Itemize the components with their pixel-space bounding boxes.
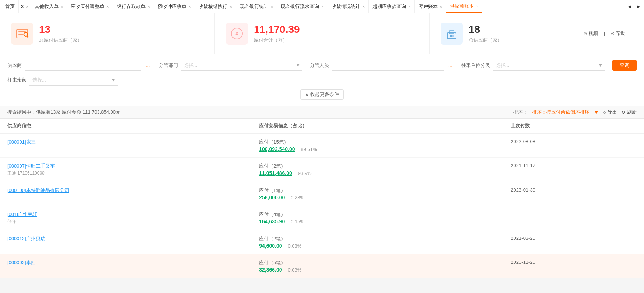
table-header: 供应商信息 应付交易信息（占比） 上次付数 xyxy=(0,119,644,134)
svg-point-3 xyxy=(24,32,28,36)
stats-bar: 13 总应付供应商（家） ¥ 11,170.39 应付合计（万） 18 总 xyxy=(0,13,644,54)
last-pay-cell: 2021-11-17 xyxy=(511,163,637,168)
tx-row: 94,600.00 0.08% xyxy=(259,243,511,249)
search-button[interactable]: 查询 xyxy=(612,60,637,71)
person-dots[interactable]: ... xyxy=(447,63,454,68)
stat-ap-suppliers-number: 13 xyxy=(39,23,82,36)
help-link[interactable]: ⊙ 帮助 xyxy=(611,30,626,37)
table-row: [000100]本特勤油品有限公司 应付（1笔） 258,000.00 0.23… xyxy=(0,182,644,206)
close-icon[interactable]: × xyxy=(408,4,410,9)
total-suppliers-icon xyxy=(441,23,463,45)
stat-ap-suppliers-text: 13 总应付供应商（家） xyxy=(39,23,82,44)
supplier-table: 供应商信息 应付交易信息（占比） 上次付数 [000001]张三 应付（15笔）… xyxy=(0,119,644,278)
col-header-supplier: 供应商信息 xyxy=(7,123,259,129)
nav-item-collection-stats[interactable]: 收款情况统计 × xyxy=(328,0,369,13)
tx-amount[interactable]: 94,600.00 xyxy=(259,243,282,249)
close-icon[interactable]: × xyxy=(230,4,232,9)
result-summary: 搜索结果中，供应商13家 应付金额 111,703,854.00元 xyxy=(7,109,120,116)
balance-placeholder: 选择... xyxy=(29,77,111,83)
tx-info-cell: 应付（2笔） 11,051,486.00 9.89% xyxy=(259,163,511,176)
balance-label: 往来余额 xyxy=(7,77,27,83)
nav-item-home[interactable]: 首页 xyxy=(1,0,19,13)
supplier-link[interactable]: [000007]恒旺二手叉车 xyxy=(7,163,259,169)
stat-ap-total-label: 应付合计（万） xyxy=(254,37,300,44)
tx-amount[interactable]: 258,000.00 xyxy=(259,194,285,200)
refresh-button[interactable]: ↺ 刷新 xyxy=(622,109,637,116)
balance-filter: 往来余额 选择... ▼ xyxy=(7,75,118,86)
person-input[interactable] xyxy=(332,60,444,71)
tx-amount[interactable]: 11,051,486.00 xyxy=(259,170,292,176)
table-row: [000012]广州贝瑞 应付（2笔） 94,600.00 0.08% 2021… xyxy=(0,230,644,254)
last-pay: 2020-11-20 xyxy=(511,259,535,265)
table-row: [000002]李四 应付（5笔） 32,366.00 0.03% 2020-1… xyxy=(0,254,644,278)
stat-ap-suppliers: 13 总应付供应商（家） xyxy=(0,13,215,54)
svg-rect-10 xyxy=(452,35,454,37)
tx-amount[interactable]: 32,366.00 xyxy=(259,267,282,273)
balance-chevron-icon: ▼ xyxy=(111,77,118,83)
nav-item-prepay[interactable]: 预收冲应收单 × xyxy=(154,0,195,13)
person-label: 分管人员 xyxy=(310,62,329,69)
collapse-up-icon: ∧ xyxy=(305,92,309,97)
filter-area: 供应商 ... 分管部门 选择... ▼ 分管人员 ... 往来单位分类 选择.… xyxy=(0,54,644,106)
nav-item-supplier-ledger[interactable]: 供应商账本 × xyxy=(446,0,482,13)
nav-item-customer-ledger[interactable]: 客户账本 × xyxy=(415,0,446,13)
nav-item-bank[interactable]: 银行存取款单 × xyxy=(113,0,154,13)
tx-info-cell: 应付（2笔） 94,600.00 0.08% xyxy=(259,235,511,249)
nav-arrows: ◀ ▶ xyxy=(625,0,643,13)
supplier-link[interactable]: [000001]张三 xyxy=(7,139,259,145)
tx-percent: 0.08% xyxy=(288,243,301,249)
close-icon[interactable]: × xyxy=(271,4,273,9)
ap-supplier-icon xyxy=(11,23,33,45)
close-icon[interactable]: × xyxy=(321,4,323,9)
sort-chevron-icon: ▼ xyxy=(594,110,599,115)
nav-item-ar-ap-adjust[interactable]: 应收应付调整单 × xyxy=(67,0,113,13)
tx-label: 应付（2笔） xyxy=(259,235,511,242)
close-icon[interactable]: × xyxy=(61,4,63,9)
balance-select-wrapper[interactable]: 选择... ▼ xyxy=(29,75,118,86)
collapse-container: ∧ 收起更多条件 xyxy=(7,89,637,100)
stat-total-suppliers: 18 总供应商（家） ⊙ 视频 | ⊙ 帮助 xyxy=(430,13,644,54)
supplier-link[interactable]: [000012]广州贝瑞 xyxy=(7,235,259,242)
nav-item-cash-flow[interactable]: 现金银行流水查询 × xyxy=(277,0,328,13)
nav-item-collection[interactable]: 收款核销执行 × xyxy=(195,0,236,13)
close-icon[interactable]: × xyxy=(106,4,109,9)
category-select-wrapper[interactable]: 选择... ▼ xyxy=(493,60,605,71)
last-pay-cell: 2020-11-20 xyxy=(511,259,637,265)
close-icon[interactable]: × xyxy=(26,4,28,9)
stat-total-suppliers-text: 18 总供应商（家） xyxy=(469,23,502,44)
nav-next-arrow[interactable]: ▶ xyxy=(634,0,643,13)
stat-ap-total: ¥ 11,170.39 应付合计（万） xyxy=(215,13,430,54)
tx-amount[interactable]: 164,635.90 xyxy=(259,218,285,224)
collapse-button[interactable]: ∧ 收起更多条件 xyxy=(300,89,344,100)
tx-label: 应付（1笔） xyxy=(259,187,511,194)
supplier-link[interactable]: [000100]本特勤油品有限公司 xyxy=(7,187,259,194)
sort-value[interactable]: 排序：按应付余额倒序排序 xyxy=(532,109,589,116)
video-link[interactable]: ⊙ 视频 xyxy=(583,30,598,37)
tx-percent: 0.03% xyxy=(288,267,301,273)
tx-row: 11,051,486.00 9.89% xyxy=(259,170,511,176)
close-icon[interactable]: × xyxy=(476,4,478,8)
svg-text:¥: ¥ xyxy=(235,31,238,37)
person-filter: 分管人员 ... xyxy=(310,60,454,71)
result-bar: 搜索结果中，供应商13家 应付金额 111,703,854.00元 排序： 排序… xyxy=(0,106,644,119)
tx-amount[interactable]: 100,092,540.00 xyxy=(259,146,295,152)
dept-select-wrapper[interactable]: 选择... ▼ xyxy=(181,60,303,71)
tx-label: 应付（15笔） xyxy=(259,139,511,145)
nav-item-cash-stats[interactable]: 现金银行统计 × xyxy=(236,0,277,13)
supplier-link[interactable]: [000002]李四 xyxy=(7,259,259,266)
supplier-link[interactable]: [001]广州荣轩 xyxy=(7,211,259,218)
nav-item-3[interactable]: 3 × xyxy=(19,0,31,13)
close-icon[interactable]: × xyxy=(148,4,150,9)
close-icon[interactable]: × xyxy=(363,4,365,9)
supplier-input[interactable] xyxy=(25,60,141,71)
nav-prev-arrow[interactable]: ◀ xyxy=(625,0,634,13)
export-button[interactable]: ○ 导出 xyxy=(603,109,617,116)
close-icon[interactable]: × xyxy=(189,4,191,9)
nav-item-other-income[interactable]: 其他收入单 × xyxy=(31,0,67,13)
table-row: [000001]张三 应付（15笔） 100,092,540.00 89.61%… xyxy=(0,134,644,158)
close-icon[interactable]: × xyxy=(440,4,442,9)
supplier-dots[interactable]: ... xyxy=(144,63,151,68)
stat-total-suppliers-number: 18 xyxy=(469,23,502,36)
nav-item-overdue[interactable]: 超期应收款查询 × xyxy=(369,0,414,13)
supplier-info-cell: [000001]张三 xyxy=(7,139,259,145)
